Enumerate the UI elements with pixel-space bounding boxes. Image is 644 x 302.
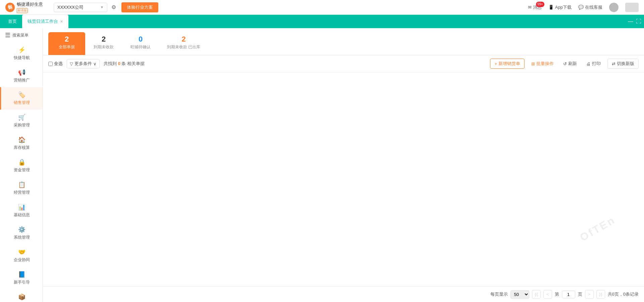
operations-icon: 📋 bbox=[18, 181, 25, 188]
nav-tabs: 首页 钱货日清工作台 ✕ — ⛶ bbox=[0, 15, 644, 28]
refresh-button[interactable]: ↺ 刷新 bbox=[560, 59, 580, 68]
collab-icon: 🤝 bbox=[18, 248, 25, 256]
logo-text-block: 畅捷通好生意 标准版 bbox=[17, 1, 43, 13]
tab-workbench[interactable]: 钱货日清工作台 ✕ bbox=[22, 15, 68, 28]
filter-icon: ▽ bbox=[70, 61, 73, 66]
refresh-label: 刷新 bbox=[568, 61, 577, 67]
print-button[interactable]: 🖨 打印 bbox=[584, 59, 603, 68]
per-page-label: 每页显示 bbox=[490, 291, 508, 297]
tab-home-label: 首页 bbox=[8, 18, 17, 24]
purchase-icon: 🛒 bbox=[18, 114, 25, 121]
stat-num-overdue: 2 bbox=[102, 35, 106, 44]
add-btn-label: 新增销货单 bbox=[498, 61, 520, 67]
sidebar-item-guide[interactable]: 📘 新手引导 bbox=[0, 267, 43, 289]
logo-icon: 畅 bbox=[5, 3, 15, 12]
stat-num-shipped: 2 bbox=[182, 35, 186, 44]
online-service-icon: 💬 bbox=[578, 5, 584, 10]
page-unit: 页 bbox=[578, 291, 582, 297]
stat-tab-pending[interactable]: 0 旺辅待确认 bbox=[122, 32, 159, 55]
first-page-button[interactable]: ⟨⟨ bbox=[532, 290, 541, 299]
sidebar-item-appstore[interactable]: 📦 应用中心 bbox=[0, 289, 43, 302]
sidebar-item-inventory[interactable]: 🏠 库存核算 bbox=[0, 132, 43, 155]
system-icon: ⚙️ bbox=[18, 226, 25, 233]
add-icon: + bbox=[494, 61, 497, 66]
tab-workbench-close[interactable]: ✕ bbox=[60, 19, 63, 24]
filter-button[interactable]: ▽ 更多条件 ∨ bbox=[67, 59, 100, 68]
stat-label-pending: 旺辅待确认 bbox=[130, 44, 151, 50]
page-label: 第 bbox=[555, 291, 559, 297]
batch-label: 批量操作 bbox=[536, 61, 554, 67]
sidebar-item-system[interactable]: ⚙️ 系统管理 bbox=[0, 222, 43, 244]
refresh-icon: ↺ bbox=[563, 61, 567, 66]
print-label: 打印 bbox=[592, 61, 601, 67]
tab-workbench-label: 钱货日清工作台 bbox=[28, 18, 58, 24]
message-badge: 99+ bbox=[536, 2, 544, 7]
page-number-input[interactable] bbox=[562, 291, 575, 298]
content-area: 2 全部单据 2 到期未收款 0 旺辅待确认 2 到期未收款 已出库 全选 bbox=[43, 28, 644, 302]
company-selector[interactable]: XXXXXX公司 ▼ bbox=[54, 3, 107, 12]
sidebar-sales-label: 销售管理 bbox=[14, 100, 30, 106]
per-page-select[interactable]: 50 20 100 bbox=[511, 290, 529, 299]
app-download-button[interactable]: 📱 App下载 bbox=[548, 4, 572, 10]
message-button[interactable]: ✉ 消息 99+ bbox=[528, 4, 542, 10]
select-all-checkbox[interactable]: 全选 bbox=[48, 61, 63, 67]
logo-badge: 标准版 bbox=[17, 8, 28, 13]
stat-tab-overdue[interactable]: 2 到期未收款 bbox=[85, 32, 122, 55]
sidebar-basic-info-label: 基础信息 bbox=[14, 212, 30, 218]
sidebar-item-search[interactable]: ☰ 搜索菜单 bbox=[0, 28, 43, 42]
sidebar-item-marketing[interactable]: 📢 营销推广 bbox=[0, 65, 43, 87]
sidebar-item-basic-info[interactable]: 📊 基础信息 bbox=[0, 199, 43, 222]
nav-right-controls: — ⛶ bbox=[628, 18, 641, 24]
sidebar-item-sales[interactable]: 🏷️ 销售管理 bbox=[0, 87, 43, 110]
sales-icon: 🏷️ bbox=[18, 91, 25, 99]
sidebar-item-quicknav[interactable]: ⚡ 快捷导航 bbox=[0, 42, 43, 65]
appstore-icon: 📦 bbox=[18, 293, 25, 301]
sidebar-finance-label: 资金管理 bbox=[14, 167, 30, 173]
settings-icon[interactable]: ⚙ bbox=[111, 4, 116, 10]
sidebar-item-collab[interactable]: 🤝 企业协同 bbox=[0, 244, 43, 267]
stat-tab-all[interactable]: 2 全部单据 bbox=[48, 32, 85, 55]
top-bar: 畅 畅捷通好生意 标准版 XXXXXX公司 ▼ ⚙ 体验行业方案 ✉ 消息 99… bbox=[0, 0, 644, 15]
stats-tabs: 2 全部单据 2 到期未收款 0 旺辅待确认 2 到期未收款 已出库 bbox=[43, 28, 644, 55]
print-icon: 🖨 bbox=[586, 61, 591, 66]
minimize-icon[interactable]: — bbox=[628, 18, 633, 24]
batch-operation-button[interactable]: ⊞ 批量操作 bbox=[529, 59, 556, 68]
logo-title: 畅捷通好生意 bbox=[17, 1, 43, 7]
sidebar-search-label: 搜索菜单 bbox=[12, 33, 29, 38]
next-page-button[interactable]: ＞ bbox=[585, 290, 594, 299]
toolbar-right: + 新增销货单 ⊞ 批量操作 ↺ 刷新 🖨 打印 ⇄ 切换新版 bbox=[490, 59, 639, 69]
sidebar-guide-label: 新手引导 bbox=[14, 280, 30, 285]
last-page-button[interactable]: ⟩⟩ bbox=[596, 290, 605, 299]
empty-table-area bbox=[43, 72, 644, 286]
add-sale-button[interactable]: + 新增销货单 bbox=[490, 59, 525, 69]
app-download-label: App下载 bbox=[555, 4, 572, 10]
sidebar-item-operations[interactable]: 📋 经营管理 bbox=[0, 177, 43, 199]
marketing-icon: 📢 bbox=[18, 69, 25, 76]
stat-num-pending: 0 bbox=[139, 35, 143, 44]
sidebar-item-purchase[interactable]: 🛒 采购管理 bbox=[0, 110, 43, 132]
pagination: 每页显示 50 20 100 ⟨⟨ ＜ 第 页 ＞ ⟩⟩ 共0页，0条记录 bbox=[43, 286, 644, 302]
online-service-label: 在线客服 bbox=[585, 4, 602, 10]
total-label: 共0页，0条记录 bbox=[608, 291, 639, 297]
logo: 畅 畅捷通好生意 标准版 bbox=[5, 1, 48, 13]
user-dropdown[interactable] bbox=[625, 3, 639, 12]
sidebar-inventory-label: 库存核算 bbox=[14, 145, 30, 150]
message-icon: ✉ bbox=[528, 5, 532, 10]
search-icon: ☰ bbox=[5, 32, 10, 39]
switch-version-button[interactable]: ⇄ 切换新版 bbox=[607, 59, 639, 69]
online-service-button[interactable]: 💬 在线客服 bbox=[578, 4, 602, 10]
avatar-image bbox=[609, 3, 619, 12]
tab-home[interactable]: 首页 bbox=[3, 15, 22, 28]
avatar[interactable] bbox=[609, 3, 619, 12]
toolbar-left: 全选 ▽ 更多条件 ∨ 共找到 0 条 相关单据 bbox=[48, 59, 486, 68]
inventory-icon: 🏠 bbox=[18, 136, 25, 143]
prev-page-button[interactable]: ＜ bbox=[543, 290, 552, 299]
trial-button[interactable]: 体验行业方案 bbox=[121, 2, 158, 12]
top-bar-right: ✉ 消息 99+ 📱 App下载 💬 在线客服 bbox=[528, 3, 639, 12]
app-download-icon: 📱 bbox=[548, 5, 554, 10]
sidebar-system-label: 系统管理 bbox=[14, 235, 30, 240]
sidebar-item-finance[interactable]: 🔒 资金管理 bbox=[0, 155, 43, 177]
stat-tab-shipped[interactable]: 2 到期未收款 已出库 bbox=[159, 32, 208, 55]
select-all-input[interactable] bbox=[48, 62, 53, 66]
maximize-icon[interactable]: ⛶ bbox=[636, 18, 641, 24]
